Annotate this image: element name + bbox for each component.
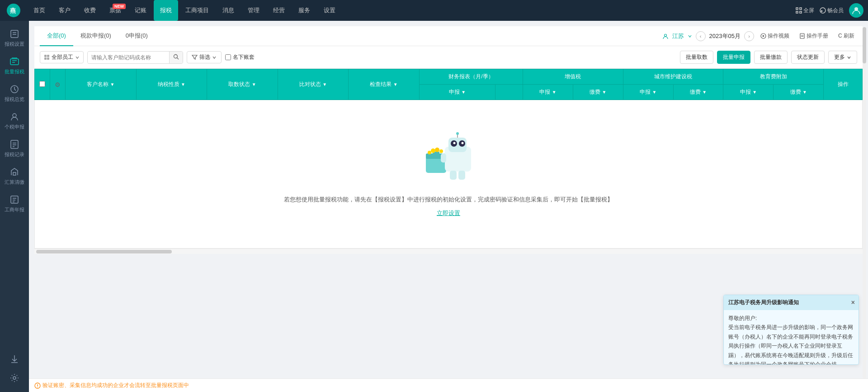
user-avatar[interactable] — [849, 3, 863, 18]
nav-management[interactable]: 管理 — [241, 0, 266, 21]
chevron-down-icon2 — [75, 55, 80, 60]
nav-service[interactable]: 服务 — [292, 0, 316, 21]
tab-zero-declare[interactable]: 0申报(0) — [118, 26, 155, 46]
checkbox-label[interactable]: 名下账套 — [225, 53, 255, 61]
nav-home[interactable]: 首页 — [27, 0, 52, 21]
search-wrap — [87, 51, 183, 64]
sidebar-item-batch-tax[interactable]: 批量报税 — [0, 52, 29, 80]
filter-icon — [192, 54, 198, 60]
batch-fetch-button[interactable]: 批量取数 — [680, 51, 713, 64]
video-btn[interactable]: 操作视频 — [758, 31, 792, 41]
search-button[interactable] — [169, 52, 183, 63]
svg-rect-31 — [47, 55, 49, 57]
col-financial-report: 财务报表（月/季） — [419, 69, 523, 85]
nav-business[interactable]: 工商项目 — [179, 0, 215, 21]
col-tax-type: 纳税性质 ▼ — [136, 69, 207, 100]
top-navigation: 燕 首页 客户 收费 票据 NEW 记账 报税 工商项目 消息 管理 经营 服务… — [0, 0, 868, 21]
svg-point-39 — [428, 151, 431, 154]
col-fin-declare: 申报 ▼ — [419, 85, 495, 100]
region-display: 江苏 — [672, 32, 684, 40]
col-edu-declare: 申报 ▼ — [723, 85, 774, 100]
person-icon — [662, 33, 669, 39]
robot-illustration — [421, 131, 476, 185]
nav-billing[interactable]: 收费 — [78, 0, 102, 21]
fullscreen-btn[interactable]: 全屏 — [796, 7, 814, 14]
more-button[interactable]: 更多 — [828, 51, 857, 64]
nav-accounting[interactable]: 记账 — [128, 0, 153, 21]
nav-client[interactable]: 客户 — [52, 0, 77, 21]
search-input[interactable] — [88, 52, 169, 63]
member-btn[interactable]: ▶ 畅会员 — [820, 7, 844, 14]
notice-close-btn[interactable]: × — [851, 299, 855, 306]
tabs-container: 全部(0) 税款申报(0) 0申报(0) 江苏 ‹ 2023年05月 › 操作视… — [34, 26, 863, 46]
svg-point-34 — [174, 54, 178, 58]
svg-point-16 — [13, 114, 16, 117]
notice-content: 尊敬的用户:受当前电子税务局进一步升级的影响，同一个政务网账号（办税人）名下的企… — [728, 315, 853, 364]
sidebar-download[interactable] — [0, 349, 29, 368]
month-next-btn[interactable]: › — [744, 31, 754, 41]
col-education-tax: 教育费附加 — [723, 69, 824, 85]
setup-link[interactable]: 立即设置 — [437, 209, 460, 217]
col-city-tax: 城市维护建设税 — [623, 69, 723, 85]
sidebar-item-tax-records[interactable]: 报税记录 — [0, 135, 29, 163]
sidebar-item-personal-tax[interactable]: 个税申报 — [0, 107, 29, 135]
col-edu-pay: 缴费 ▼ — [774, 85, 824, 100]
table-settings-btn[interactable]: ⚙ — [55, 81, 61, 88]
account-checkbox[interactable] — [225, 54, 231, 60]
svg-rect-4 — [796, 11, 798, 13]
select-all-checkbox[interactable] — [39, 81, 45, 87]
right-scrollbar[interactable] — [863, 27, 866, 378]
svg-point-24 — [13, 377, 16, 379]
bottom-message: 验证账密、采集信息均成功的企业才会流转至批量报税页面中 — [42, 382, 189, 389]
svg-rect-52 — [450, 171, 457, 180]
nav-messages[interactable]: 消息 — [216, 0, 241, 21]
employee-select[interactable]: 全部员工 — [40, 51, 84, 63]
nav-items: 首页 客户 收费 票据 NEW 记账 报税 工商项目 消息 管理 经营 服务 设… — [27, 0, 796, 21]
refresh-btn[interactable]: C 刷新 — [835, 31, 857, 41]
sidebar: 报税设置 批量报税 报税总览 个税申报 报税记录 汇算清缴 工商年报 — [0, 21, 29, 392]
chevron-down-icon3 — [212, 55, 217, 60]
empty-state: 若您想使用批量报税功能，请先在【报税设置】中进行报税的初始化设置，完成密码验证和… — [39, 104, 858, 244]
svg-rect-2 — [796, 8, 798, 10]
batch-declare-button[interactable]: 批量申报 — [717, 51, 750, 64]
svg-point-41 — [435, 148, 439, 152]
notice-panel: 江苏电子税务局升级影响通知 × 尊敬的用户:受当前电子税务局进一步升级的影响，同… — [723, 295, 859, 365]
svg-point-48 — [462, 142, 464, 144]
col-check-result: 检查结果 ▼ — [349, 69, 420, 100]
sidebar-item-annual-report[interactable]: 工商年报 — [0, 190, 29, 218]
sidebar-item-tax-overview[interactable]: 报税总览 — [0, 80, 29, 107]
sidebar-gear[interactable] — [0, 368, 29, 387]
svg-rect-21 — [13, 172, 16, 175]
col-vat: 增值税 — [523, 69, 623, 85]
nav-operations[interactable]: 经营 — [267, 0, 291, 21]
notice-body: 尊敬的用户:受当前电子税务局进一步升级的影响，同一个政务网账号（办税人）名下的企… — [724, 310, 859, 364]
filter-button[interactable]: 筛选 — [187, 51, 222, 63]
scroll-bar[interactable] — [34, 249, 863, 254]
svg-point-47 — [453, 142, 456, 144]
scroll-track[interactable] — [36, 250, 172, 253]
nav-invoice[interactable]: 票据 NEW — [103, 0, 127, 21]
col-vat-declare: 申报 ▼ — [523, 85, 573, 100]
batch-pay-button[interactable]: 批量缴款 — [754, 51, 788, 64]
sidebar-label-tax-overview: 报税总览 — [5, 96, 24, 103]
empty-state-cell: 若您想使用批量报税功能，请先在【报税设置】中进行报税的初始化设置，完成密码验证和… — [35, 100, 863, 249]
sidebar-label-tax-settings: 报税设置 — [5, 41, 24, 48]
svg-rect-33 — [47, 57, 49, 60]
col-fetch-status: 取数状态 ▼ — [207, 69, 278, 100]
empty-state-message: 若您想使用批量报税功能，请先在【报税设置】中进行报税的初始化设置，完成密码验证和… — [284, 194, 613, 205]
sidebar-label-personal-tax: 个税申报 — [5, 124, 24, 130]
sidebar-item-settlement[interactable]: 汇算清缴 — [0, 163, 29, 190]
month-prev-btn[interactable]: ‹ — [696, 31, 706, 41]
svg-point-40 — [431, 148, 435, 153]
toolbar-right-actions: 批量取数 批量申报 批量缴款 状态更新 更多 — [680, 51, 857, 64]
tab-tax-declare[interactable]: 税款申报(0) — [73, 26, 118, 46]
manual-btn[interactable]: 操作手册 — [797, 31, 831, 41]
sidebar-label-batch-tax: 批量报税 — [5, 68, 24, 75]
nav-tax[interactable]: 报税 — [154, 0, 178, 21]
sidebar-item-tax-settings[interactable]: 报税设置 — [0, 24, 29, 52]
status-update-button[interactable]: 状态更新 — [791, 51, 825, 64]
notice-header: 江苏电子税务局升级影响通知 × — [724, 295, 859, 310]
svg-point-56 — [37, 387, 38, 387]
tab-all[interactable]: 全部(0) — [40, 26, 73, 46]
nav-settings[interactable]: 设置 — [317, 0, 342, 21]
